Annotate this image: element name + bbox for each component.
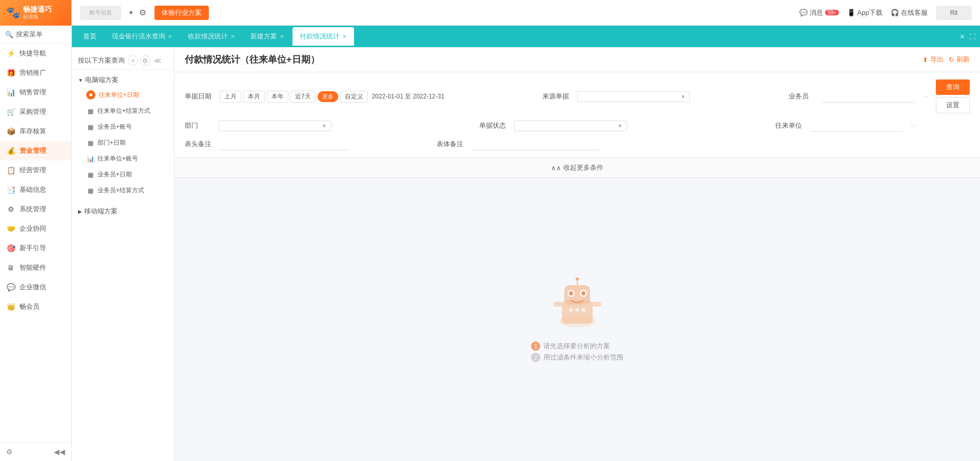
scheme-sidebar: 按以下方案查询 + ⚙ ≪ ▼ 电脑端方案 往来单位+日期 — [72, 47, 174, 461]
svg-point-0 — [89, 93, 92, 96]
top-header: 账号信息 ▾ ⚙ 体验行业方案 💬 消息 99+ 📱 App下载 🎧 在线客服 … — [72, 0, 980, 26]
scheme-group-desktop: ▼ 电脑端方案 往来单位+日期 ▦ 往来单位+结算方式 ▦ 业务员+账号 — [72, 70, 174, 202]
wechat-icon: 💬 — [6, 283, 15, 292]
scheme-item-salesman-date[interactable]: ▦ 业务员+日期 — [72, 167, 174, 183]
sidebar-item-quick-nav[interactable]: ⚡ 快捷导航 — [0, 44, 71, 63]
tab-bank-flow[interactable]: 现金银行流水查询 ✕ — [105, 27, 180, 46]
date-buttons: 上月 本月 本年 近7天 更多 自定义 2022-01-01 至 2022-12… — [220, 91, 444, 103]
salesman-more-icon[interactable]: ··· — [923, 93, 928, 99]
sidebar-item-basic-info[interactable]: 📑 基础信息 — [0, 180, 71, 199]
sidebar-item-label: 系统管理 — [19, 205, 46, 214]
industry-scheme-button[interactable]: 体验行业方案 — [154, 6, 209, 20]
quick-nav-icon: ⚡ — [6, 49, 15, 58]
message-button[interactable]: 💬 消息 99+ — [799, 8, 839, 17]
sidebar: 🐾 畅捷通巧 标准版 🔍 搜索菜单 ⚡ 快捷导航 🎁 营销推广 📊 销售管理 🛒… — [0, 0, 72, 461]
svg-point-13 — [575, 308, 579, 312]
sidebar-item-marketing[interactable]: 🎁 营销推广 — [0, 63, 71, 83]
search-icon: 🔍 — [5, 31, 13, 38]
svg-point-6 — [569, 291, 573, 295]
filter-row-2: 部门 ▼ 单据状态 ▼ 往来单位 ··· — [185, 119, 970, 132]
table-head-note-input[interactable] — [220, 138, 348, 150]
manage-scheme-button[interactable]: ⚙ — [140, 55, 150, 66]
scheme-item-dept-date[interactable]: ▦ 部门+日期 — [72, 135, 174, 151]
doc-status-select[interactable]: ▼ — [514, 121, 627, 131]
scheme-grid-icon: ▦ — [86, 107, 94, 115]
sidebar-item-system[interactable]: ⚙ 系统管理 — [0, 199, 71, 219]
tab-close-all-icon[interactable]: ✕ — [959, 33, 965, 41]
scheme-item-salesman-settle[interactable]: ▦ 业务员+结算方式 — [72, 183, 174, 198]
table-body-note-input[interactable] — [472, 138, 600, 150]
smart-hw-icon: 🖥 — [6, 263, 15, 272]
settings-button[interactable]: 设置 — [936, 97, 970, 113]
sidebar-item-operation[interactable]: 📋 经营管理 — [0, 161, 71, 180]
collapse-conditions-bar[interactable]: ∧∧ 收起更多条件 — [174, 158, 980, 178]
tab-bank-flow-close[interactable]: ✕ — [168, 33, 172, 40]
sidebar-item-sales[interactable]: 📊 销售管理 — [0, 83, 71, 102]
sidebar-item-guide[interactable]: 🎯 新手引导 — [0, 238, 71, 258]
more-date-btn[interactable]: 更多 — [318, 91, 338, 102]
this-month-btn[interactable]: 本月 — [243, 91, 265, 103]
svg-point-14 — [581, 308, 585, 312]
tab-maximize-icon[interactable]: ⛶ — [969, 33, 976, 41]
partner-input[interactable] — [810, 119, 903, 132]
company-avatar[interactable]: 账号信息 — [80, 6, 121, 20]
tab-receipts-stat-label: 收款情况统计 — [188, 32, 228, 41]
this-year-btn[interactable]: 本年 — [267, 91, 288, 103]
tab-new-scheme-label: 新建方案 — [250, 32, 277, 41]
operation-icon: 📋 — [6, 166, 15, 175]
refresh-button[interactable]: ↻ 刷新 — [949, 55, 970, 64]
dept-arrow-icon: ▼ — [322, 123, 327, 129]
scheme-item-partner-acct[interactable]: 📊 往来单位+账号 — [72, 151, 174, 167]
dropdown-arrow-icon[interactable]: ▾ — [129, 9, 133, 16]
scheme-group-mobile-title[interactable]: ▶ 移动端方案 — [72, 205, 174, 218]
add-scheme-button[interactable]: + — [128, 55, 138, 66]
tab-new-scheme-close[interactable]: ✕ — [280, 33, 284, 40]
export-button[interactable]: ⬆ 导出 — [923, 55, 944, 64]
sidebar-item-wechat[interactable]: 💬 企业微信 — [0, 277, 71, 297]
dept-select[interactable]: ▼ — [219, 121, 331, 131]
finance-icon: 💰 — [6, 146, 15, 155]
query-button[interactable]: 查询 — [936, 79, 970, 95]
scheme-item-partner-date[interactable]: 往来单位+日期 — [72, 87, 174, 103]
sidebar-item-label: 智能硬件 — [19, 263, 46, 272]
basic-info-icon: 📑 — [6, 185, 15, 194]
tab-payment-close[interactable]: ✕ — [342, 33, 347, 40]
sidebar-item-finance[interactable]: 💰 资金管理 — [0, 141, 71, 161]
salesman-input[interactable] — [822, 90, 915, 103]
collapse-scheme-button[interactable]: ≪ — [152, 55, 163, 66]
scheme-group-desktop-title[interactable]: ▼ 电脑端方案 — [72, 73, 174, 87]
source-doc-select[interactable]: ▼ — [577, 91, 690, 102]
search-menu[interactable]: 🔍 搜索菜单 — [0, 26, 71, 44]
online-service-button[interactable]: 🎧 在线客服 — [891, 8, 928, 17]
sidebar-item-cooperation[interactable]: 🤝 企业协同 — [0, 219, 71, 238]
settings-footer-icon[interactable]: ⚙ — [6, 448, 13, 456]
last-month-btn[interactable]: 上月 — [220, 91, 241, 103]
tab-receipts-close[interactable]: ✕ — [230, 33, 235, 40]
empty-hint-2: 2 用过滤条件来缩小分析范围 — [531, 353, 623, 362]
scheme-chart-icon: 📊 — [86, 155, 94, 163]
online-service-label: 在线客服 — [901, 8, 928, 17]
tab-bank-flow-label: 现金银行流水查询 — [112, 32, 165, 41]
user-avatar[interactable]: Rit — [936, 6, 972, 20]
scheme-item-salesman-acct[interactable]: ▦ 业务员+账号 — [72, 119, 174, 135]
settings-gear-icon[interactable]: ⚙ — [139, 8, 146, 17]
sidebar-item-label: 经营管理 — [19, 166, 46, 175]
custom-date-btn[interactable]: 自定义 — [340, 91, 368, 103]
scheme-item-partner-settle[interactable]: ▦ 往来单位+结算方式 — [72, 103, 174, 119]
sidebar-item-smart-hw[interactable]: 🖥 智能硬件 — [0, 258, 71, 277]
tab-receipts-stat[interactable]: 收款情况统计 ✕ — [181, 27, 242, 46]
app-download-button[interactable]: 📱 App下载 — [847, 8, 883, 17]
tab-new-scheme[interactable]: 新建方案 ✕ — [243, 27, 291, 46]
tab-home[interactable]: 首页 — [76, 27, 104, 46]
sidebar-item-label: 采购管理 — [19, 107, 46, 116]
partner-more-icon[interactable]: ··· — [911, 123, 915, 129]
tab-payment-stat[interactable]: 付款情况统计 ✕ — [292, 27, 354, 46]
sidebar-item-inventory[interactable]: 📦 库存核算 — [0, 122, 71, 141]
sidebar-item-purchase[interactable]: 🛒 采购管理 — [0, 102, 71, 122]
last-7days-btn[interactable]: 近7天 — [290, 91, 316, 103]
system-icon: ⚙ — [6, 205, 15, 214]
sidebar-item-member[interactable]: 👑 畅会员 — [0, 297, 71, 316]
collapse-sidebar-icon[interactable]: ◀◀ — [54, 448, 65, 456]
query-btn-group: 查询 设置 — [936, 79, 970, 113]
scheme-sidebar-title: 按以下方案查询 — [78, 56, 125, 65]
